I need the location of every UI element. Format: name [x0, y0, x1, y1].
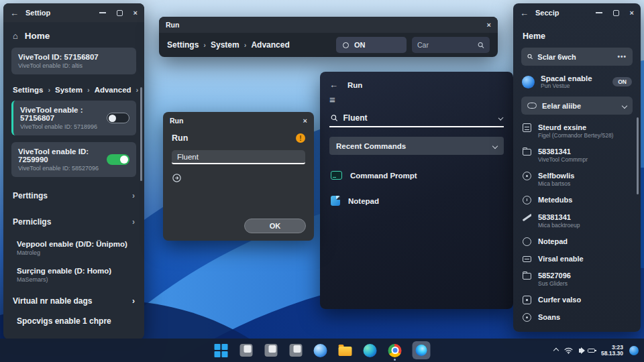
toggle-switch-off[interactable] [107, 113, 129, 123]
search-box[interactable] [412, 37, 490, 53]
search-icon [527, 53, 533, 60]
crumb-advanced[interactable]: Advanced [251, 40, 289, 50]
clock[interactable]: 3:23 58.13.30 [601, 345, 623, 357]
speaker-icon[interactable] [579, 349, 582, 353]
close-icon[interactable]: × [303, 117, 307, 125]
search-icon [331, 114, 338, 122]
list-item-notepad[interactable]: Notepad [320, 196, 513, 206]
maximize-icon[interactable] [613, 10, 619, 16]
close-icon[interactable]: × [630, 9, 634, 17]
active-app-icon[interactable] [413, 341, 431, 359]
home-label: Heme [523, 32, 545, 41]
minimize-icon[interactable] [99, 12, 106, 13]
run-search-input[interactable] [343, 113, 494, 123]
home-row[interactable]: ⌂ Home [3, 31, 144, 41]
detail-item[interactable]: Surçing enable (D: Homo) MaSemars) [3, 267, 144, 283]
list-item[interactable]: Virsal enable [513, 255, 641, 263]
chevron-down-icon [622, 103, 627, 108]
run-search-field[interactable] [329, 111, 504, 127]
dialog-title: Run [170, 117, 183, 125]
close-icon[interactable]: × [487, 21, 491, 29]
run-top-window: Run × Settings› System› Advanced ON [159, 17, 498, 57]
run-window-title: Run [347, 81, 362, 89]
chevron-down-icon[interactable] [498, 115, 503, 120]
toggle-card[interactable]: ViveTool enable : 57156807 ViveTool enab… [11, 101, 136, 135]
search-box[interactable]: ••• [521, 48, 633, 66]
on-toggle-pill[interactable]: ON [336, 37, 407, 53]
back-icon[interactable]: ← [329, 80, 338, 90]
search-input[interactable] [417, 41, 478, 49]
toggle-card-title: ViveTool enable ID: 7259990 [18, 147, 101, 164]
scan-icon [523, 313, 531, 322]
list-item-command-prompt[interactable]: Command Prompt [320, 171, 513, 180]
start-button[interactable] [214, 343, 229, 358]
crumb-separator: › [244, 41, 247, 49]
square-icon [523, 296, 531, 304]
list-item[interactable]: 58381341 ViveTool Commmpr [513, 147, 641, 163]
nav-row-pernicligs[interactable]: Pernicligs › [3, 215, 144, 229]
list-item[interactable]: 58527096 Sus Gliders [513, 272, 641, 287]
scrollbar[interactable] [637, 117, 639, 194]
edge-icon[interactable] [363, 343, 378, 358]
run-command-field[interactable] [172, 150, 305, 164]
app-icon-window3[interactable] [288, 343, 303, 358]
chevron-up-icon[interactable] [554, 349, 558, 353]
recent-commands-expander[interactable]: Recent Commands [329, 137, 504, 155]
chevron-down-icon [492, 143, 498, 148]
desktop: ← Settiop × ⌂ Home ViveTool ID: 57156807… [0, 0, 644, 362]
feature-row[interactable]: Spacal enable Pun Vestue ON [513, 74, 641, 89]
nav-row-perttings[interactable]: Perttings › [3, 188, 144, 203]
minimize-icon[interactable] [596, 12, 602, 13]
settings-right-window: ← Seccip × Heme ••• Spacal enable Pun Ve… [513, 3, 641, 332]
on-pill-label: ON [354, 41, 366, 49]
wifi-icon[interactable] [564, 347, 573, 354]
dropdown-card[interactable]: Eelar aliibe [521, 97, 633, 115]
list-item[interactable]: 58381341 Mica backtroeup [513, 213, 641, 229]
list-item[interactable]: Metedubs [513, 196, 641, 204]
list-item-label: Command Prompt [350, 172, 417, 180]
crumb-separator: › [87, 86, 90, 94]
chrome-icon[interactable] [388, 343, 402, 358]
run-command-input[interactable] [177, 153, 300, 161]
list-item[interactable]: Notepad [513, 237, 641, 246]
list-item[interactable]: Curfer valso [513, 296, 641, 304]
maximize-icon[interactable] [117, 10, 123, 16]
detail-item[interactable]: Veppool enable (D/D: Ünipmo) Matroleg [3, 240, 144, 256]
list-item[interactable]: Selfbowlis Mica bartsos [513, 172, 641, 187]
item-subtitle: Mica bartsos [538, 180, 574, 187]
toggle-card[interactable]: ViveTool enable ID: 7259990 ViveTool ena… [11, 142, 136, 177]
back-icon[interactable]: ← [10, 8, 19, 18]
app-icon-window2[interactable] [264, 343, 278, 358]
crumb-system[interactable]: System [55, 86, 83, 94]
ok-button[interactable]: OK [244, 219, 306, 233]
crumb-system[interactable]: System [211, 40, 239, 50]
file-explorer-icon[interactable] [338, 343, 353, 358]
back-icon[interactable]: ← [520, 8, 529, 18]
browser-sphere-icon[interactable] [313, 343, 328, 358]
close-icon[interactable]: × [133, 9, 138, 17]
item-subtitle: Figel (Cormandor Bertey/528) [538, 132, 613, 139]
menu-icon[interactable]: ≡ [320, 90, 513, 103]
nav-row-label: Pernicligs [13, 217, 51, 227]
footer-row-virtual-flags[interactable]: Virtual nr nable dags › [3, 296, 144, 306]
scrollbar[interactable] [140, 87, 142, 181]
detail-title: Surçing enable (D: Homo) [17, 267, 131, 275]
list-item[interactable]: Soans [513, 313, 641, 322]
toggle-switch-on[interactable] [107, 154, 129, 165]
list-item[interactable]: Steurd exsine Figel (Cormandor Bertey/52… [513, 123, 641, 139]
home-row[interactable]: Heme [513, 32, 641, 41]
battery-icon[interactable] [588, 349, 595, 353]
history-icon[interactable] [172, 173, 305, 186]
crumb-advanced[interactable]: Advanced [95, 86, 131, 94]
crumb-settings[interactable]: Settings [167, 40, 199, 50]
footer-row-spocvigs[interactable]: Spocvigs enable 1 chpre [3, 316, 144, 326]
more-icon[interactable]: ••• [617, 53, 627, 60]
app-icon-window1[interactable] [239, 343, 254, 358]
search-input[interactable] [537, 53, 612, 61]
crumb-settings[interactable]: Settings [13, 86, 43, 94]
detail-subtitle: MaSemars) [17, 276, 131, 283]
on-badge[interactable]: ON [612, 77, 632, 86]
notification-icon[interactable] [629, 346, 639, 355]
chevron-right-icon[interactable]: › [136, 86, 139, 94]
vivetool-id-card[interactable]: ViveTool ID: 57156807 ViveTool enable ID… [11, 48, 136, 74]
